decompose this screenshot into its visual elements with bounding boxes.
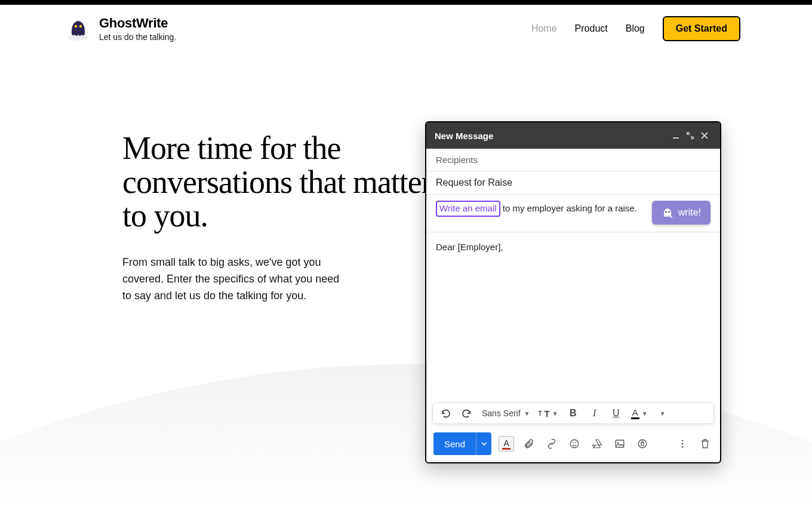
send-dropdown-icon[interactable] xyxy=(476,432,491,455)
write-button[interactable]: write! xyxy=(652,201,710,225)
svg-point-7 xyxy=(573,443,574,444)
bold-icon[interactable]: B xyxy=(567,407,580,420)
svg-point-5 xyxy=(668,211,670,213)
attachment-icon[interactable] xyxy=(521,436,537,451)
main-nav: Home Product Blog Get Started xyxy=(531,16,740,41)
site-header: GhostWrite Let us do the talking. Home P… xyxy=(0,5,812,42)
expand-icon[interactable] xyxy=(683,128,697,143)
text-format-toggle-icon[interactable]: A xyxy=(499,436,514,451)
hero-sub: From small talk to big asks, we've got y… xyxy=(122,254,349,305)
nav-product[interactable]: Product xyxy=(575,23,608,34)
confidential-icon[interactable] xyxy=(635,436,650,451)
svg-point-8 xyxy=(575,443,576,444)
prompt-pill: Write an email xyxy=(436,201,500,217)
font-select[interactable]: Sans Serif ▼ xyxy=(482,408,530,418)
send-button-label: Send xyxy=(433,439,476,449)
minimize-icon[interactable] xyxy=(669,128,683,143)
compose-title: New Message xyxy=(435,131,493,141)
svg-rect-3 xyxy=(673,137,679,139)
brand-title: GhostWrite xyxy=(99,16,176,31)
hero-headline: More time for the conversations that mat… xyxy=(122,131,433,233)
top-accent-bar xyxy=(0,0,812,5)
write-button-label: write! xyxy=(678,207,701,218)
more-format-icon[interactable]: ▼ xyxy=(656,407,669,420)
font-select-label: Sans Serif xyxy=(482,408,521,418)
compose-bottom-bar: Send A xyxy=(426,428,720,462)
more-options-icon[interactable] xyxy=(675,436,690,451)
svg-point-6 xyxy=(570,440,579,448)
emoji-icon[interactable] xyxy=(567,436,582,451)
nav-blog[interactable]: Blog xyxy=(626,23,645,34)
svg-point-1 xyxy=(75,25,77,27)
undo-icon[interactable] xyxy=(439,407,452,420)
redo-icon[interactable] xyxy=(460,407,473,420)
format-toolbar: Sans Serif ▼ TT ▼ B I U A ▼ ▼ xyxy=(432,403,714,424)
compose-titlebar: New Message xyxy=(426,122,720,149)
text-color-icon[interactable]: A ▼ xyxy=(631,407,648,420)
svg-point-14 xyxy=(682,443,684,445)
send-button[interactable]: Send xyxy=(433,432,491,455)
ghost-logo-icon xyxy=(66,16,91,41)
link-icon[interactable] xyxy=(544,436,559,451)
brand: GhostWrite Let us do the talking. xyxy=(66,16,176,42)
chevron-down-icon: ▼ xyxy=(524,410,530,417)
subject-field[interactable]: Request for Raise xyxy=(426,171,720,195)
prompt-text[interactable]: Write an email to my employer asking for… xyxy=(436,201,646,217)
underline-icon[interactable]: U xyxy=(610,407,623,420)
svg-rect-12 xyxy=(641,443,644,446)
prompt-rest: to my employer asking for a raise. xyxy=(500,203,637,213)
close-icon[interactable] xyxy=(697,128,712,143)
image-icon[interactable] xyxy=(612,436,628,451)
svg-point-13 xyxy=(682,440,684,441)
trash-icon[interactable] xyxy=(697,436,713,451)
brand-tagline: Let us do the talking. xyxy=(99,32,176,42)
ghost-mini-icon xyxy=(662,207,673,219)
nav-home[interactable]: Home xyxy=(531,23,557,34)
italic-icon[interactable]: I xyxy=(588,407,601,420)
text-size-icon[interactable]: TT ▼ xyxy=(539,407,558,420)
svg-rect-9 xyxy=(616,440,624,447)
compose-window: New Message Recipients Request for Raise… xyxy=(425,121,721,463)
body-greeting: Dear [Employer], xyxy=(436,242,503,252)
svg-point-15 xyxy=(682,446,684,448)
compose-body[interactable]: Dear [Employer], xyxy=(426,232,720,403)
svg-point-4 xyxy=(665,211,667,213)
recipients-field[interactable]: Recipients xyxy=(426,149,720,171)
brand-text: GhostWrite Let us do the talking. xyxy=(99,16,176,42)
get-started-button[interactable]: Get Started xyxy=(663,16,740,41)
svg-point-2 xyxy=(79,25,82,27)
drive-icon[interactable] xyxy=(589,436,605,451)
svg-point-0 xyxy=(67,35,89,41)
prompt-row: Write an email to my employer asking for… xyxy=(426,195,720,232)
